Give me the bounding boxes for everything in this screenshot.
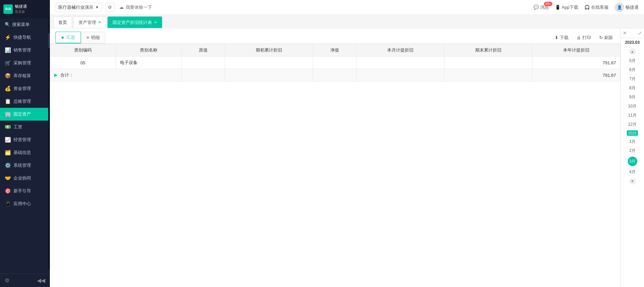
sidebar-item-fixedassets[interactable]: 🏢 固定资产 <box>0 108 50 121</box>
month-1[interactable]: 1月 <box>621 137 644 146</box>
sidebar-title: 畅捷通 <box>15 4 27 9</box>
year-badge: 2023 <box>627 130 638 136</box>
sidebar-item-guide[interactable]: 🎯 新手引导 <box>0 185 50 197</box>
month-10[interactable]: 10月 <box>621 102 644 111</box>
subtab-detail[interactable]: ≡ 明细 <box>81 32 106 43</box>
experience-label: 我要体验一下 <box>126 4 152 10</box>
summary-icon: ● <box>61 34 64 40</box>
month-6[interactable]: 6月 <box>621 65 644 74</box>
sum-yearly: 791.67 <box>532 69 620 82</box>
sidebar-item-sales[interactable]: 📊 销售管理 <box>0 44 50 57</box>
sidebar-item-payroll[interactable]: 💵 工资 <box>0 121 50 133</box>
settings-footer-icon[interactable]: ⚙ <box>5 277 9 284</box>
online-service-button[interactable]: 🎧 在线客服 <box>584 4 609 10</box>
company-selector[interactable]: 医疗器械行业演示 ▼ <box>55 3 102 12</box>
refresh-button[interactable]: ↻ 刷新 <box>597 33 615 42</box>
tab-home-label: 首页 <box>58 20 67 26</box>
tab-depreciation-label: 固定资产折旧统计表 <box>113 20 152 26</box>
col-original: 原值 <box>182 44 225 57</box>
funds-icon: 💰 <box>5 86 11 92</box>
sidebar-footer: ⚙ ◀◀ <box>0 274 50 287</box>
month-11[interactable]: 11月 <box>621 111 644 120</box>
cell-end-accum <box>444 57 532 69</box>
sidebar-brand: 畅捷通 普及版 <box>15 4 27 14</box>
collapse-icon[interactable]: ◀◀ <box>37 277 45 284</box>
sidebar-header: AtA 畅捷通 普及版 <box>0 0 50 18</box>
sidebar-item-label: 库存核算 <box>13 73 31 79</box>
right-panel-header: ✕ ⤢ <box>621 30 644 38</box>
month-2[interactable]: 2月 <box>621 146 644 155</box>
tab-asset-mgmt[interactable]: 资产管理 ✕ <box>73 17 106 28</box>
message-button[interactable]: 💬 消息 99+ <box>533 4 549 10</box>
sidebar-item-label: 工资 <box>13 124 22 130</box>
sidebar-item-inventory[interactable]: 📦 库存核算 <box>0 69 50 82</box>
expand-panel-icon[interactable]: ⤢ <box>638 30 642 36</box>
settings-button[interactable]: ⚙ <box>105 3 115 12</box>
sidebar-item-operations[interactable]: 📈 经营管理 <box>0 133 50 146</box>
sidebar-item-purchase[interactable]: 🛒 采购管理 <box>0 57 50 69</box>
print-label: 打印 <box>582 35 591 41</box>
sidebar-item-search[interactable]: 🔍 搜索菜单 <box>0 18 50 31</box>
sidebar-item-sysadmin[interactable]: ⚙️ 系统管理 <box>0 159 50 172</box>
user-menu[interactable]: 👤 畅捷通 <box>615 3 639 12</box>
refresh-icon: ↻ <box>599 35 603 40</box>
next-year-button[interactable]: ▼ <box>629 178 636 185</box>
sidebar-item-funds[interactable]: 💰 资金管理 <box>0 82 50 95</box>
tab-depreciation-close[interactable]: ✕ <box>154 20 157 25</box>
prev-year-button[interactable]: ▲ <box>629 48 636 55</box>
print-button[interactable]: 🖨 打印 <box>575 33 593 42</box>
col-initial-accum: 期初累计折旧 <box>225 44 313 57</box>
month-7[interactable]: 7月 <box>621 74 644 84</box>
month-5[interactable]: 5月 <box>621 56 644 65</box>
cell-name: 电子设备 <box>116 57 182 69</box>
table-row[interactable]: 05 电子设备 791.67 <box>50 57 620 69</box>
close-panel-icon[interactable]: ✕ <box>623 30 627 36</box>
page-content: ● 汇总 ≡ 明细 ⬇ 下载 🖨 打印 <box>50 28 644 287</box>
sum-text: 合计： <box>60 72 73 77</box>
app-download-button[interactable]: 📱 App下载 <box>555 4 578 10</box>
current-period-label: 2023.03 <box>624 38 641 47</box>
tab-asset-mgmt-close[interactable]: ✕ <box>98 20 101 25</box>
sidebar-item-quicknav[interactable]: ⚡ 快捷导航 <box>0 31 50 44</box>
sidebar-item-appcenter[interactable]: 📱 应用中心 <box>0 197 50 210</box>
col-monthly: 本月计提折旧 <box>357 44 444 57</box>
chevron-down-icon: ▼ <box>95 5 99 9</box>
settings-icon: ⚙ <box>108 5 112 10</box>
sidebar-item-label: 企业协同 <box>13 175 31 181</box>
tabbar: 首页 资产管理 ✕ 固定资产折旧统计表 ✕ <box>50 15 644 28</box>
sidebar-item-collab[interactable]: 🤝 企业协同 <box>0 172 50 185</box>
month-12[interactable]: 12月 <box>621 120 644 129</box>
payroll-icon: 💵 <box>5 124 11 130</box>
service-icon: 🎧 <box>584 5 590 10</box>
sum-label: ▶ 合计： <box>50 69 182 82</box>
sidebar-item-ledger[interactable]: 📋 总账管理 <box>0 95 50 108</box>
search-icon: 🔍 <box>5 22 10 27</box>
tab-home[interactable]: 首页 <box>53 17 72 28</box>
month-8[interactable]: 8月 <box>621 84 644 93</box>
subtab-summary[interactable]: ● 汇总 <box>55 32 81 43</box>
sidebar-item-label: 系统管理 <box>13 162 31 168</box>
operations-icon: 📈 <box>5 137 11 143</box>
month-3[interactable]: 3月 <box>628 157 637 166</box>
basicinfo-icon: 🗂️ <box>5 150 11 156</box>
table-container: 类别编码 类别名称 原值 期初累计折旧 净值 本月计提折旧 期末累计折旧 本年计… <box>50 44 620 287</box>
tab-depreciation[interactable]: 固定资产折旧统计表 ✕ <box>108 17 162 28</box>
sidebar-item-label: 快捷导航 <box>13 34 31 40</box>
subtab-summary-label: 汇总 <box>66 34 75 40</box>
download-button[interactable]: ⬇ 下载 <box>553 33 571 42</box>
sum-end-accum <box>444 69 532 82</box>
col-net: 净值 <box>313 44 357 57</box>
month-4[interactable]: 4月 <box>621 167 644 177</box>
col-name: 类别名称 <box>116 44 182 57</box>
month-9[interactable]: 9月 <box>621 93 644 102</box>
message-badge: 99+ <box>544 2 552 6</box>
sysadmin-icon: ⚙️ <box>5 162 11 168</box>
right-panel: ✕ ⤢ 2023.03 ▲ 5月 6月 7月 8月 9月 10月 11月 12月… <box>620 28 644 287</box>
sidebar-item-label: 总账管理 <box>13 98 31 104</box>
experience-button[interactable]: ☁ 我要体验一下 <box>119 4 152 10</box>
sum-monthly <box>357 69 444 82</box>
print-icon: 🖨 <box>577 35 581 40</box>
sidebar-item-basicinfo[interactable]: 🗂️ 基础信息 <box>0 146 50 159</box>
sidebar-item-label: 经营管理 <box>13 137 31 143</box>
avatar: 👤 <box>615 3 624 12</box>
